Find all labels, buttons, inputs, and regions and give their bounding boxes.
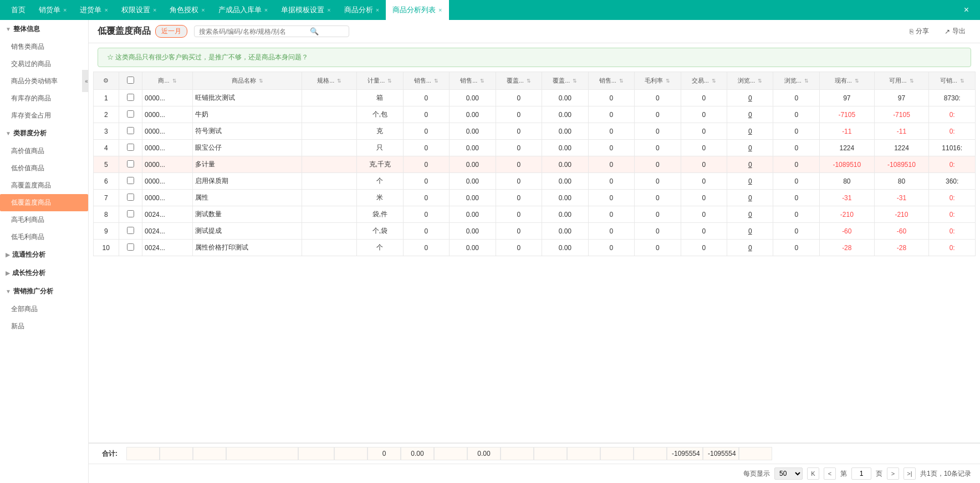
spec-col-header[interactable]: 规格... ⇅ bbox=[302, 72, 357, 90]
row-checkbox[interactable] bbox=[119, 240, 142, 256]
close-icon[interactable]: × bbox=[438, 7, 442, 13]
row-select-checkbox[interactable] bbox=[127, 227, 134, 234]
row-sales2: 0.00 bbox=[450, 123, 496, 140]
row-browse1[interactable]: 0 bbox=[727, 90, 773, 106]
close-icon[interactable]: × bbox=[327, 7, 330, 13]
row-browse1[interactable]: 0 bbox=[727, 140, 773, 156]
available-col-header[interactable]: 可用... ⇅ bbox=[874, 72, 929, 90]
code-col-header[interactable]: 商... ⇅ bbox=[142, 72, 193, 90]
unit-col-header[interactable]: 计量... ⇅ bbox=[357, 72, 403, 90]
row-checkbox[interactable] bbox=[119, 190, 142, 206]
share-button[interactable]: ⎘ 分享 bbox=[904, 24, 935, 38]
row-browse1[interactable]: 0 bbox=[727, 123, 773, 140]
close-icon[interactable]: × bbox=[63, 7, 67, 13]
row-select-checkbox[interactable] bbox=[127, 177, 134, 184]
row-select-checkbox[interactable] bbox=[127, 243, 134, 251]
name-col-header[interactable]: 商品名称 ⇅ bbox=[193, 72, 302, 90]
sidebar-section-cluster[interactable]: ▼ 类群度分析 bbox=[0, 124, 88, 143]
sidebar-item-high-margin[interactable]: 高毛利商品 bbox=[0, 211, 88, 228]
row-checkbox[interactable] bbox=[119, 173, 142, 190]
row-checkbox[interactable] bbox=[119, 106, 142, 123]
sales2-col-header[interactable]: 销售... ⇅ bbox=[450, 72, 496, 90]
row-browse1[interactable]: 0 bbox=[727, 223, 773, 240]
close-icon[interactable]: × bbox=[264, 7, 268, 13]
last-page-button[interactable]: >| bbox=[904, 467, 916, 480]
row-select-checkbox[interactable] bbox=[127, 110, 134, 118]
settings-col-header[interactable]: ⚙ bbox=[94, 72, 119, 90]
per-page-select[interactable]: 50 10 20 100 bbox=[774, 467, 803, 480]
close-icon[interactable]: × bbox=[376, 7, 379, 13]
row-checkbox[interactable] bbox=[119, 123, 142, 140]
browse2-col-header[interactable]: 浏览... ⇅ bbox=[773, 72, 819, 90]
sidebar-item-instock-goods[interactable]: 有库存的商品 bbox=[0, 90, 88, 107]
sidebar-item-low-margin[interactable]: 低毛利商品 bbox=[0, 228, 88, 246]
row-checkbox[interactable] bbox=[119, 206, 142, 223]
margin-col-header[interactable]: 毛利率 ⇅ bbox=[635, 72, 681, 90]
row-checkbox[interactable] bbox=[119, 223, 142, 240]
nav-purchase-order[interactable]: 进货单 × bbox=[73, 0, 114, 20]
nav-product-inbound[interactable]: 产成品入库单 × bbox=[212, 0, 274, 20]
close-icon[interactable]: × bbox=[104, 7, 108, 13]
close-all-button[interactable]: × bbox=[957, 5, 976, 15]
page-input[interactable] bbox=[851, 467, 871, 480]
nav-permission-settings[interactable]: 权限设置 × bbox=[115, 0, 163, 20]
sidebar-item-high-value[interactable]: 高价值商品 bbox=[0, 143, 88, 160]
saleable-col-header[interactable]: 可销... ⇅ bbox=[929, 72, 976, 90]
cover2-col-header[interactable]: 覆盖... ⇅ bbox=[542, 72, 588, 90]
export-button[interactable]: ↗ 导出 bbox=[939, 24, 971, 38]
sidebar-item-low-coverage[interactable]: 低覆盖度商品 bbox=[0, 194, 88, 211]
nav-role-auth[interactable]: 角色授权 × bbox=[163, 0, 211, 20]
row-select-checkbox[interactable] bbox=[127, 127, 134, 134]
row-select-checkbox[interactable] bbox=[127, 144, 134, 151]
nav-template-settings[interactable]: 单据模板设置 × bbox=[274, 0, 337, 20]
sidebar-section-growth[interactable]: ▶ 成长性分析 bbox=[0, 264, 88, 282]
nav-product-analysis[interactable]: 商品分析 × bbox=[338, 0, 386, 20]
next-page-button[interactable]: > bbox=[887, 467, 899, 480]
sales3-col-header[interactable]: 销售... ⇅ bbox=[588, 72, 634, 90]
close-icon[interactable]: × bbox=[201, 7, 205, 13]
sidebar-item-low-value[interactable]: 低价值商品 bbox=[0, 160, 88, 177]
search-input[interactable] bbox=[199, 28, 310, 35]
table-wrapper: ⚙ 商... ⇅ 商品名称 ⇅ 规格... ⇅ 计量... ⇅ 销售... ⇅ … bbox=[89, 72, 980, 443]
nav-sales-order[interactable]: 销货单 × bbox=[32, 0, 73, 20]
row-select-checkbox[interactable] bbox=[127, 210, 134, 217]
sidebar-collapse-button[interactable]: « bbox=[82, 70, 89, 92]
row-browse1[interactable]: 0 bbox=[727, 173, 773, 190]
date-filter-button[interactable]: 近一月 bbox=[155, 25, 187, 38]
sales1-col-header[interactable]: 销售... ⇅ bbox=[403, 72, 449, 90]
sidebar-section-overall[interactable]: ▼ 整体信息 bbox=[0, 20, 88, 38]
current-col-header[interactable]: 现有... ⇅ bbox=[819, 72, 874, 90]
sidebar-item-stock-capital[interactable]: 库存资金占用 bbox=[0, 107, 88, 124]
sidebar-section-marketing[interactable]: ▼ 营销推广分析 bbox=[0, 282, 88, 301]
sidebar-item-category-rate[interactable]: 商品分类动销率 bbox=[0, 73, 88, 90]
nav-home[interactable]: 首页 bbox=[4, 0, 32, 20]
select-all-checkbox[interactable] bbox=[127, 77, 134, 84]
row-browse1[interactable]: 0 bbox=[727, 240, 773, 256]
first-page-button[interactable]: K bbox=[807, 467, 819, 480]
row-browse1[interactable]: 0 bbox=[727, 106, 773, 123]
row-select-checkbox[interactable] bbox=[127, 194, 134, 201]
cover1-col-header[interactable]: 覆盖... ⇅ bbox=[496, 72, 542, 90]
prev-page-button[interactable]: < bbox=[824, 467, 836, 480]
sidebar-item-high-coverage[interactable]: 高覆盖度商品 bbox=[0, 177, 88, 194]
row-cover2: 0.00 bbox=[542, 156, 588, 173]
search-icon[interactable]: 🔍 bbox=[310, 27, 319, 35]
sidebar-item-traded-goods[interactable]: 交易过的商品 bbox=[0, 55, 88, 73]
checkbox-col-header[interactable] bbox=[119, 72, 142, 90]
row-browse1[interactable]: 0 bbox=[727, 156, 773, 173]
row-checkbox[interactable] bbox=[119, 156, 142, 173]
sidebar-item-new-goods[interactable]: 新品 bbox=[0, 318, 88, 335]
row-checkbox[interactable] bbox=[119, 90, 142, 106]
sidebar-item-sales-goods[interactable]: 销售类商品 bbox=[0, 38, 88, 55]
row-browse1[interactable]: 0 bbox=[727, 190, 773, 206]
row-select-checkbox[interactable] bbox=[127, 160, 134, 167]
close-icon[interactable]: × bbox=[153, 7, 156, 13]
sidebar-item-all-goods[interactable]: 全部商品 bbox=[0, 301, 88, 318]
row-select-checkbox[interactable] bbox=[127, 94, 134, 101]
row-browse1[interactable]: 0 bbox=[727, 206, 773, 223]
browse1-col-header[interactable]: 浏览... ⇅ bbox=[727, 72, 773, 90]
nav-product-analysis-list[interactable]: 商品分析列表 × bbox=[386, 0, 448, 20]
row-checkbox[interactable] bbox=[119, 140, 142, 156]
sidebar-section-circulation[interactable]: ▶ 流通性分析 bbox=[0, 246, 88, 264]
trade-col-header[interactable]: 交易... ⇅ bbox=[681, 72, 727, 90]
